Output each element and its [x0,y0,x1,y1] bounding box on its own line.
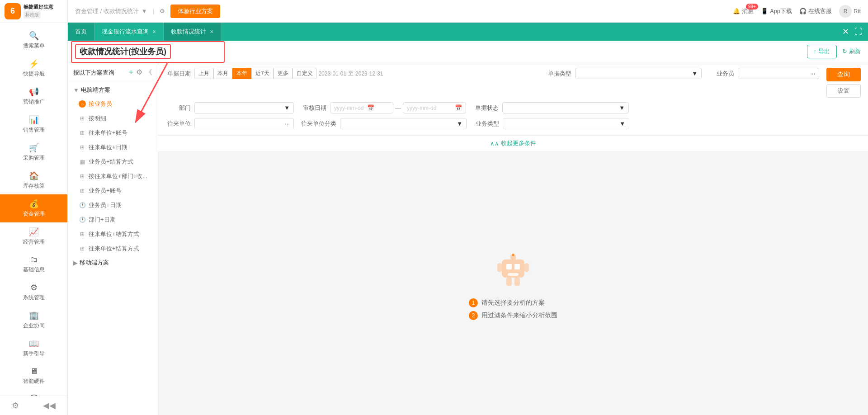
sidebar-item-inventory[interactable]: 🏠 库存核算 [0,166,67,194]
breadcrumb-dropdown-icon[interactable]: ▼ [142,8,147,14]
user-avatar[interactable]: R Rit [839,5,861,18]
fullscreen-icon[interactable]: ⛶ [854,27,863,37]
notification-btn[interactable]: 🔔 消息 99+ [733,7,754,15]
salesperson-calc-icon: ▦ [79,158,86,165]
sidebar-item-search[interactable]: 🔍 搜索菜单 [0,26,67,54]
scheme-panel-title: 按以下方案查询 [73,69,114,77]
scheme-item-by-salesperson-date-label: 业务员+日期 [89,201,122,209]
sidebar-item-basic[interactable]: 🗂 基础信息 [0,250,67,278]
scheme-group-desktop: ▼ 电脑端方案 ○ 按业务员 ⊞ 按明细 ⊞ 往 [68,83,158,256]
scheme-collapse-btn[interactable]: 《 [145,68,152,77]
empty-state: 1 请先选择要分析的方案 2 用过滤条件来缩小分析范围 [469,246,557,320]
scheme-item-by-dept-date[interactable]: 🕐 部门+日期 [68,212,158,227]
tab-collection-stats[interactable]: 收款情况统计 × [164,23,221,41]
dept-select[interactable]: ▼ [194,102,294,113]
export-btn[interactable]: ↑ 导出 [807,45,837,58]
tab-bank-flow-close-icon[interactable]: × [152,28,156,35]
date-label: 单据日期 [165,70,191,78]
scheme-item-by-detail[interactable]: ⊞ 按明细 [68,111,158,126]
date-tab-last7days[interactable]: 近7天 [251,68,274,79]
online-service-btn[interactable]: 🎧 在线客服 [799,7,832,15]
query-btn[interactable]: 查询 [826,68,861,81]
date-tab-custom[interactable]: 自定义 [292,68,317,79]
sidebar-item-sales[interactable]: 📊 销售管理 [0,110,67,138]
logo-area: 6 畅捷通好生意 标准版 [0,0,67,23]
date-tab-this-year[interactable]: 本年 [232,68,251,79]
sidebar-item-quick-nav[interactable]: ⚡ 快捷导航 [0,54,67,82]
tabbar: 首页 现金银行流水查询 × 收款情况统计 × ✕ ⛶ [68,23,868,41]
bill-type-select[interactable]: ▼ [575,68,702,79]
sidebar-item-marketing[interactable]: 📢 营销推广 [0,82,67,110]
sidebar-item-wechat[interactable]: 💬 企业微信 [0,390,67,396]
salesperson-more-icon: ··· [810,70,815,77]
hardware-icon: 🖥 [30,367,38,376]
sidebar-item-operation[interactable]: 📈 经营管理 [0,222,67,250]
scheme-add-btn[interactable]: + [128,68,133,77]
sidebar-item-enterprise[interactable]: 🏢 企业协同 [0,306,67,334]
settings-bottom-icon[interactable]: ⚙ [12,401,19,410]
app-download-btn[interactable]: 📱 App下载 [761,7,792,15]
collapse-sidebar-icon[interactable]: ◀◀ [43,401,56,410]
sidebar-item-system-label: 系统管理 [23,294,45,302]
tab-collection-stats-close-icon[interactable]: × [210,28,213,35]
sidebar-item-hardware[interactable]: 🖥 智能硬件 [0,362,67,390]
sidebar-item-finance[interactable]: 💰 资金管理 [0,194,67,222]
business-type-select[interactable]: ▼ [503,118,629,129]
partner-label: 往来单位 [165,120,191,128]
bell-icon: 🔔 [733,8,740,14]
tabbar-right: ✕ ⛶ [837,23,868,41]
sidebar-item-purchase[interactable]: 🛒 采购管理 [0,138,67,166]
collapse-more-btn[interactable]: ∧∧ 收起更多条件 [490,139,536,147]
scheme-item-by-unit-dept-collection-label: 按往来单位+部门+收... [89,172,147,180]
scheme-group-desktop-header[interactable]: ▼ 电脑端方案 [68,83,158,97]
scheme-item-by-salesperson-calc[interactable]: ▦ 业务员+结算方式 [68,155,158,169]
salesperson-select[interactable]: ··· [738,68,819,79]
topbar-settings-icon[interactable]: ⚙ [160,8,165,14]
phone-icon: 📱 [761,8,768,14]
scheme-item-by-salesperson[interactable]: ○ 按业务员 [68,97,158,111]
scheme-item-by-unit-dept-collection[interactable]: ⊞ 按往来单位+部门+收... [68,169,158,184]
scheme-group-mobile-header[interactable]: ▶ 移动端方案 [68,256,158,269]
review-date-control: yyyy-mm-dd 📅 — yyyy-mm-dd 📅 [330,102,466,113]
sidebar: 6 畅捷通好生意 标准版 🔍 搜索菜单 ⚡ 快捷导航 📢 营销推广 📊 销售管理 [0,0,68,415]
date-tab-this-month[interactable]: 本月 [213,68,232,79]
close-tab-icon[interactable]: ✕ [842,27,849,37]
sidebar-item-purchase-label: 采购管理 [23,154,45,162]
bill-type-label: 单据类型 [546,70,571,78]
tab-home[interactable]: 首页 [68,23,94,41]
review-date-start-input[interactable]: yyyy-mm-dd 📅 [330,102,393,113]
scheme-item-by-unit-calc1[interactable]: ⊞ 往来单位+结算方式 [68,227,158,241]
sidebar-item-hardware-label: 智能硬件 [23,377,45,385]
scheme-item-by-unit-account[interactable]: ⊞ 往来单位+账号 [68,126,158,140]
scheme-item-by-salesperson-account[interactable]: ⊞ 业务员+账号 [68,184,158,198]
bill-status-select[interactable]: ▼ [502,102,629,113]
date-tab-more[interactable]: 更多 [274,68,292,79]
review-date-end-input[interactable]: yyyy-mm-dd 📅 [403,102,466,113]
date-tab-last-month[interactable]: 上月 [194,68,213,79]
empty-illustration [491,246,536,291]
industry-solution-btn[interactable]: 体验行业方案 [170,5,220,18]
scheme-item-by-unit-date[interactable]: ⊞ 往来单位+日期 [68,140,158,155]
notification-count: 99+ [746,4,758,9]
scheme-group-mobile-label: 移动端方案 [80,259,109,267]
tab-bank-flow[interactable]: 现金银行流水查询 × [94,23,164,41]
partner-category-select[interactable]: ▼ [340,118,467,129]
unit-account-icon: ⊞ [79,129,86,137]
topbar: 资金管理 / 收款情况统计 ▼ | ⚙ 体验行业方案 🔔 消息 99+ 📱 Ap… [68,0,868,23]
partner-select[interactable]: ··· [194,118,294,129]
refresh-btn[interactable]: ↻ 刷新 [842,47,861,56]
scheme-settings-btn[interactable]: ⚙ [136,68,142,77]
sidebar-item-guide[interactable]: 📖 新手引导 [0,334,67,362]
page-header: 收款情况统计(按业务员) ↑ 导出 ↻ 刷新 [68,41,868,62]
partner-category-dropdown-icon: ▼ [457,120,462,127]
scheme-item-by-salesperson-date[interactable]: 🕐 业务员+日期 [68,198,158,212]
calendar-icon[interactable]: 📅 [367,104,374,111]
filter-action-btns: 查询 设置 [826,68,861,98]
scheme-item-by-unit-calc2[interactable]: ⊞ 往来单位+结算方式 [68,241,158,256]
sidebar-item-system[interactable]: ⚙ 系统管理 [0,278,67,306]
scheme-item-by-salesperson-account-label: 业务员+账号 [89,187,122,195]
right-panel: 单据日期 上月 本月 本年 近7天 更多 自定义 [158,62,868,415]
scheme-item-by-salesperson-calc-label: 业务员+结算方式 [89,158,133,166]
calendar2-icon[interactable]: 📅 [455,104,462,111]
setting-btn[interactable]: 设置 [826,84,861,98]
